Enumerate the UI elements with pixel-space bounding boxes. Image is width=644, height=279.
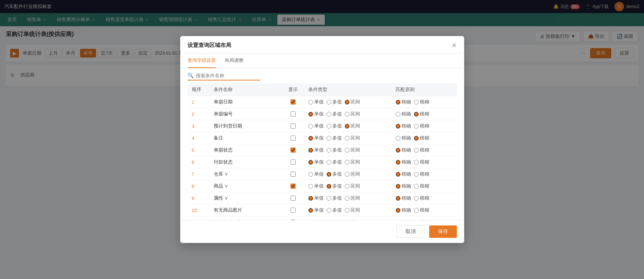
tab-layout-adjustment[interactable]: 布局调整 [225,54,244,68]
type-type_multi-radio[interactable] [327,160,331,165]
match-radio-item[interactable]: 精确 [396,195,411,201]
type-type_single-radio[interactable] [308,172,313,177]
display-checkbox[interactable] [291,172,296,177]
type-radio-item[interactable]: 区间 [345,147,360,153]
type-type_range-radio[interactable] [345,136,349,141]
type-radio-item[interactable]: 单值 [308,111,324,117]
type-radio-item[interactable]: 多值 [327,135,342,141]
type-radio-item[interactable]: 多值 [327,159,342,165]
type-type_range-radio[interactable] [345,184,349,189]
type-type_single-radio[interactable] [308,112,313,117]
match-match_exact-radio[interactable] [396,100,400,105]
match-match_fuzzy-radio[interactable] [414,148,419,153]
type-radio-item[interactable]: 多值 [327,99,342,105]
match-radio-item[interactable]: 精确 [396,135,411,141]
type-radio-item[interactable]: 单值 [308,183,324,189]
type-radio-item[interactable]: 单值 [308,135,324,141]
type-radio-item[interactable]: 单值 [308,171,324,177]
match-radio-item[interactable]: 模糊 [414,195,429,201]
display-checkbox[interactable] [291,111,296,117]
type-radio-item[interactable]: 区间 [345,207,360,213]
match-radio-item[interactable]: 模糊 [414,135,429,141]
display-checkbox[interactable] [291,148,296,153]
type-type_multi-radio[interactable] [327,184,331,189]
match-match_exact-radio[interactable] [396,112,400,117]
match-radio-item[interactable]: 模糊 [414,171,429,177]
match-radio-item[interactable]: 模糊 [414,207,429,213]
display-checkbox[interactable] [291,123,296,129]
match-radio-item[interactable]: 精确 [396,159,411,165]
type-type_single-radio[interactable] [308,148,313,153]
type-type_multi-radio[interactable] [327,136,331,141]
type-type_single-radio[interactable] [308,184,313,189]
type-type_multi-radio[interactable] [327,124,331,129]
match-match_exact-radio[interactable] [396,124,400,129]
match-radio-item[interactable]: 精确 [396,111,411,117]
type-type_multi-radio[interactable] [327,100,331,105]
match-match_exact-radio[interactable] [396,196,400,201]
match-match_fuzzy-radio[interactable] [414,124,419,129]
match-radio-item[interactable]: 精确 [396,183,411,189]
type-type_range-radio[interactable] [345,208,349,213]
match-match_exact-radio[interactable] [396,172,400,177]
type-type_single-radio[interactable] [308,160,313,165]
type-radio-item[interactable]: 区间 [345,195,360,201]
type-type_range-radio[interactable] [345,172,349,177]
match-radio-item[interactable]: 模糊 [414,123,429,129]
match-radio-item[interactable]: 精确 [396,123,411,129]
type-type_multi-radio[interactable] [327,112,331,117]
match-match_fuzzy-radio[interactable] [414,172,419,177]
search-input[interactable] [196,73,254,78]
type-type_single-radio[interactable] [308,208,313,213]
match-radio-item[interactable]: 模糊 [414,147,429,153]
type-radio-item[interactable]: 多值 [327,111,342,117]
type-radio-item[interactable]: 区间 [345,159,360,165]
type-radio-item[interactable]: 单值 [308,123,324,129]
save-button[interactable]: 保存 [429,225,457,238]
type-type_multi-radio[interactable] [327,208,331,213]
match-match_exact-radio[interactable] [396,160,400,165]
display-checkbox[interactable] [291,208,296,213]
display-checkbox[interactable] [291,160,296,165]
match-match_fuzzy-radio[interactable] [414,208,419,213]
match-radio-item[interactable]: 模糊 [414,159,429,165]
type-radio-item[interactable]: 多值 [327,123,342,129]
type-type_range-radio[interactable] [345,196,349,201]
type-type_range-radio[interactable] [345,112,349,117]
display-checkbox[interactable] [291,99,296,105]
type-type_multi-radio[interactable] [327,172,331,177]
type-type_multi-radio[interactable] [327,148,331,153]
match-radio-item[interactable]: 精确 [396,207,411,213]
match-match_fuzzy-radio[interactable] [414,112,419,117]
type-type_multi-radio[interactable] [327,196,331,201]
type-radio-item[interactable]: 多值 [327,183,342,189]
type-radio-item[interactable]: 多值 [327,147,342,153]
match-radio-item[interactable]: 精确 [396,171,411,177]
tab-query-field-settings[interactable]: 查询字段设置 [187,54,216,68]
match-match_fuzzy-radio[interactable] [414,196,419,201]
type-type_single-radio[interactable] [308,136,313,141]
type-type_single-radio[interactable] [308,196,313,201]
match-match_fuzzy-radio[interactable] [414,184,419,189]
type-radio-item[interactable]: 区间 [345,183,360,189]
type-radio-item[interactable]: 单值 [308,99,324,105]
type-radio-item[interactable]: 多值 [327,171,342,177]
dialog-close-button[interactable]: ✕ [451,42,457,49]
type-radio-item[interactable]: 单值 [308,147,324,153]
type-radio-item[interactable]: 区间 [345,123,360,129]
match-radio-item[interactable]: 精确 [396,147,411,153]
match-match_fuzzy-radio[interactable] [414,100,419,105]
type-radio-item[interactable]: 单值 [308,195,324,201]
match-match_exact-radio[interactable] [396,148,400,153]
cancel-button[interactable]: 取消 [396,225,425,238]
type-type_range-radio[interactable] [345,100,349,105]
match-radio-item[interactable]: 精确 [396,99,411,105]
display-checkbox[interactable] [291,196,296,201]
match-radio-item[interactable]: 模糊 [414,111,429,117]
display-checkbox[interactable] [291,135,296,141]
type-type_single-radio[interactable] [308,100,313,105]
type-radio-item[interactable]: 多值 [327,195,342,201]
match-radio-item[interactable]: 模糊 [414,183,429,189]
type-type_single-radio[interactable] [308,124,313,129]
match-radio-item[interactable]: 模糊 [414,99,429,105]
